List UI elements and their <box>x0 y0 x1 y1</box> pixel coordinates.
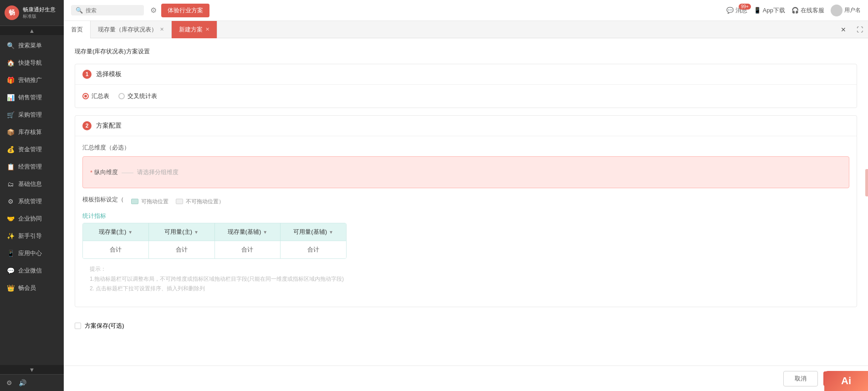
tip-2-text: 2. 点击标题栏下拉可设置排序、插入列和删除列 <box>90 284 205 294</box>
draggable-legend-box <box>131 199 138 204</box>
section2-number: 2 <box>82 121 92 130</box>
enterprise-icon: 🤝 <box>6 215 15 223</box>
sidebar-scroll-up[interactable]: ▲ <box>0 26 64 35</box>
sidebar-item-label: 基础信息 <box>18 180 42 188</box>
sidebar-item-marketing[interactable]: 🎁 营销推广 <box>0 72 64 89</box>
settings-gear-icon[interactable]: ⚙ <box>150 6 157 15</box>
sidebar-item-search-menu[interactable]: 🔍 搜索菜单 <box>0 37 64 54</box>
logo-icon: 畅 <box>5 5 19 20</box>
avatar <box>831 5 842 16</box>
sound-icon[interactable]: 🔊 <box>19 379 26 386</box>
quick-nav-icon: 🏠 <box>6 59 15 67</box>
col-chevron-1[interactable]: ▼ <box>128 230 133 235</box>
sidebar-nav: 🔍 搜索菜单 🏠 快捷导航 🎁 营销推广 📊 销售管理 🛒 采购管理 📦 库存核… <box>0 35 64 365</box>
sidebar-item-operations[interactable]: 📋 经营管理 <box>0 158 64 175</box>
service-button[interactable]: 🎧 在线客服 <box>791 6 824 15</box>
radio-summary-button[interactable] <box>82 93 89 99</box>
app-center-icon: 📱 <box>6 249 15 257</box>
dimension-placeholder: 请选择分组维度 <box>137 168 179 176</box>
search-box[interactable]: 🔍 <box>71 5 144 15</box>
tab-new-close-icon[interactable]: ✕ <box>205 26 209 32</box>
sidebar-item-label: 库存核算 <box>18 128 42 136</box>
page-title: 现存量(库存状况表)方案设置 <box>75 47 857 56</box>
footer: 取消 查询 <box>64 365 868 391</box>
sidebar-item-inventory[interactable]: 📦 库存核算 <box>0 123 64 141</box>
fixed-legend-box <box>176 199 183 204</box>
sidebar-item-quick-nav[interactable]: 🏠 快捷导航 <box>0 54 64 72</box>
section1-number: 1 <box>82 70 92 79</box>
sidebar-item-basic-info[interactable]: 🗂 基础信息 <box>0 175 64 193</box>
scroll-indicator[interactable] <box>865 169 868 196</box>
col-chevron-3[interactable]: ▼ <box>263 230 267 235</box>
section-template: 1 选择模板 汇总表 交叉统计表 <box>75 64 857 108</box>
tab-new-scheme[interactable]: 新建方案 ✕ <box>172 21 217 38</box>
finance-icon: 💰 <box>6 145 15 154</box>
username: 用户名 <box>844 6 861 14</box>
tab-inventory-close-icon[interactable]: ✕ <box>160 26 164 32</box>
dimension-label: 汇总维度（必选） <box>82 144 849 152</box>
section1-title: 选择模板 <box>96 70 122 78</box>
save-checkbox[interactable] <box>75 323 81 329</box>
panel: 现存量(库存状况表)方案设置 1 选择模板 汇总表 交叉统计 <box>64 38 868 365</box>
sidebar-item-vip[interactable]: 👑 畅会员 <box>0 279 64 297</box>
sidebar-logo: 畅 畅康通好生意 标准版 <box>0 0 64 26</box>
sidebar-item-label: 应用中心 <box>18 249 42 257</box>
col-chevron-2[interactable]: ▼ <box>194 230 199 235</box>
sales-icon: 📊 <box>6 93 15 102</box>
sidebar-item-system[interactable]: ⚙ 系统管理 <box>0 193 64 210</box>
col-chevron-4[interactable]: ▼ <box>329 230 333 235</box>
tab-inventory-label: 现存量（库存状况表） <box>98 26 157 34</box>
search-input[interactable] <box>86 7 136 14</box>
tab-inventory-status[interactable]: 现存量（库存状况表） ✕ <box>91 21 172 38</box>
fixed-legend-label: 不可拖动位置） <box>186 198 224 206</box>
purchase-icon: 🛒 <box>6 111 15 119</box>
sidebar-item-label: 企业协同 <box>18 215 42 223</box>
ai-badge[interactable]: Ai <box>824 371 868 391</box>
sidebar-item-guide[interactable]: ✨ 新手引导 <box>0 227 64 245</box>
settings-icon[interactable]: ⚙ <box>6 379 12 386</box>
dimension-area[interactable]: * 纵向维度 —— 请选择分组维度 <box>82 156 849 188</box>
tip-1-text: 1.拖动标题栏可以调整布局，不可跨维度或指标区域拖动栏目字段(只能在同一维度或指… <box>90 274 344 284</box>
col-available-main[interactable]: 可用量(主) ▼ <box>149 223 215 241</box>
sidebar-item-sales[interactable]: 📊 销售管理 <box>0 89 64 106</box>
col-current-main[interactable]: 现存量(主) ▼ <box>83 223 149 241</box>
sidebar-item-label: 经营管理 <box>18 163 42 171</box>
cell-1-4: 合计 <box>281 241 346 258</box>
message-button[interactable]: 💬 消息 99+ <box>726 6 747 15</box>
cell-1-3: 合计 <box>215 241 281 258</box>
user-menu[interactable]: 用户名 <box>831 5 861 16</box>
sidebar-item-label: 系统管理 <box>18 197 42 206</box>
app-download-button[interactable]: 📱 App下载 <box>754 6 785 15</box>
window-close-icon[interactable]: ✕ <box>835 21 852 38</box>
sidebar-item-label: 销售管理 <box>18 93 42 102</box>
sidebar-scroll-down[interactable]: ▼ <box>0 365 64 374</box>
section2-body: 汇总维度（必选） * 纵向维度 —— 请选择分组维度 <box>75 136 857 196</box>
legend-draggable: 可拖动位置 <box>131 198 168 206</box>
dimension-dash: —— <box>122 169 133 176</box>
radio-summary[interactable]: 汇总表 <box>82 92 109 100</box>
sidebar-item-label: 新手引导 <box>18 232 42 240</box>
sidebar-item-label: 搜索菜单 <box>18 41 42 50</box>
sidebar-item-enterprise[interactable]: 🤝 企业协同 <box>0 210 64 227</box>
tab-home[interactable]: 首页 <box>64 21 91 38</box>
sidebar-item-label: 畅会员 <box>18 284 36 292</box>
col-available-aux[interactable]: 可用量(基辅) ▼ <box>281 223 346 241</box>
section2-header: 2 方案配置 <box>75 116 857 136</box>
sidebar-footer: ⚙ 🔊 <box>0 374 64 391</box>
col-current-aux[interactable]: 现存量(基辅) ▼ <box>215 223 281 241</box>
trial-button[interactable]: 体验行业方案 <box>161 4 209 17</box>
window-expand-icon[interactable]: ⛶ <box>852 21 868 38</box>
cancel-button[interactable]: 取消 <box>783 371 818 386</box>
sidebar-item-label: 企业微信 <box>18 267 42 275</box>
vip-icon: 👑 <box>6 284 15 292</box>
tips-title: 提示： <box>90 264 842 274</box>
cell-1-2: 合计 <box>149 241 215 258</box>
sidebar-item-app-center[interactable]: 📱 应用中心 <box>0 245 64 262</box>
template-options: 汇总表 交叉统计表 <box>82 92 849 100</box>
marketing-icon: 🎁 <box>6 76 15 84</box>
sidebar-item-wechat[interactable]: 💬 企业微信 <box>0 262 64 279</box>
radio-cross[interactable]: 交叉统计表 <box>118 92 157 100</box>
sidebar-item-purchase[interactable]: 🛒 采购管理 <box>0 106 64 123</box>
sidebar-item-finance[interactable]: 💰 资金管理 <box>0 141 64 158</box>
radio-cross-button[interactable] <box>118 93 125 99</box>
